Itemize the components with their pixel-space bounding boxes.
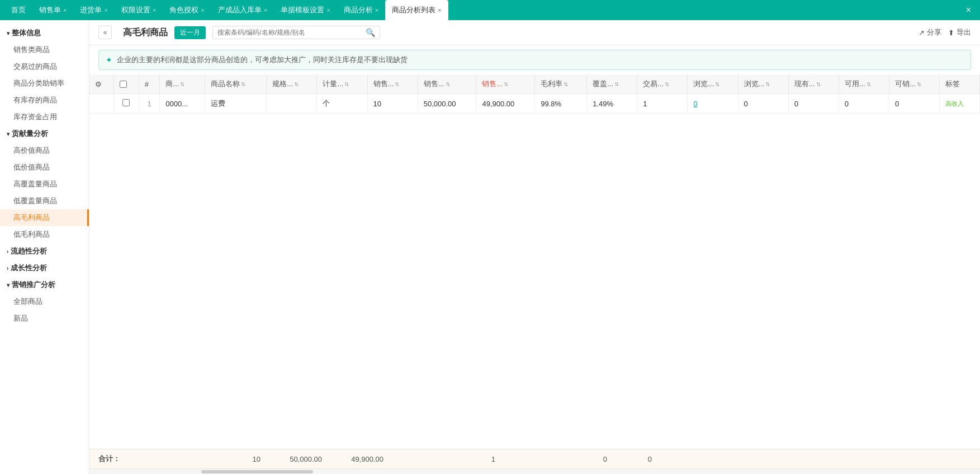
tab-analysis-list-close[interactable]: × (438, 7, 441, 13)
sort-icon-sales-qty: ⇅ (395, 81, 399, 87)
sort-icon-spec: ⇅ (294, 81, 299, 87)
col-available[interactable]: 可用...⇅ (839, 74, 889, 94)
col-unit[interactable]: 计量...⇅ (317, 74, 367, 94)
arrow-growth: › (7, 265, 8, 271)
row-settings (89, 94, 113, 114)
col-settings[interactable]: ⚙ (89, 74, 113, 94)
col-views2[interactable]: 浏览...⇅ (738, 74, 788, 94)
col-transactions[interactable]: 交易...⇅ (637, 74, 688, 94)
row-views2: 0 (738, 94, 788, 114)
collapse-sidebar-btn[interactable]: « (98, 26, 112, 39)
sort-icon-unit: ⇅ (344, 81, 349, 87)
export-button[interactable]: ⬆ 导出 (948, 27, 971, 37)
top-nav: 首页 销售单 × 进货单 × 权限设置 × 角色授权 × 产成品入库单 × 单据… (0, 0, 980, 20)
row-code: 0000... (160, 94, 205, 114)
sort-icon-sales-profit: ⇅ (504, 81, 508, 87)
tab-permission[interactable]: 权限设置 × (115, 0, 163, 20)
tab-template[interactable]: 单据模板设置 × (274, 0, 337, 20)
row-tag: 高收入 (940, 94, 980, 114)
btn-recent[interactable]: 近一月 (174, 26, 206, 39)
row-gross-margin: 99.8% (535, 94, 587, 114)
sort-icon-code: ⇅ (180, 81, 184, 87)
col-saleable[interactable]: 可销...⇅ (889, 74, 939, 94)
row-name: 运费 (205, 94, 267, 114)
sidebar-item-all-goods[interactable]: 全部商品 (0, 293, 89, 310)
sidebar-item-low-coverage[interactable]: 低覆盖量商品 (0, 193, 89, 209)
sidebar-item-sales-goods[interactable]: 销售类商品 (0, 41, 89, 58)
search-icon[interactable]: 🔍 (366, 28, 375, 37)
arrow-marketing: ▾ (7, 282, 10, 288)
tab-product-in[interactable]: 产成品入库单 × (211, 0, 274, 20)
row-stock: 0 (788, 94, 839, 114)
tab-purchase-close[interactable]: × (104, 7, 107, 13)
row-available: 0 (839, 94, 889, 114)
col-checkbox[interactable] (113, 74, 139, 94)
col-tag: 标签 (940, 74, 980, 94)
tab-purchase[interactable]: 进货单 × (73, 0, 114, 20)
sidebar-item-in-stock[interactable]: 有库存的商品 (0, 92, 89, 109)
sidebar-item-stock-capital[interactable]: 库存资金占用 (0, 109, 89, 125)
horizontal-scrollbar[interactable] (89, 468, 980, 474)
col-coverage[interactable]: 覆盖...⇅ (587, 74, 637, 94)
tab-analysis-list[interactable]: 商品分析列表 × (385, 0, 448, 20)
footer-transactions: 1 (451, 455, 495, 463)
tab-role[interactable]: 角色授权 × (163, 0, 211, 20)
sidebar-item-low-value[interactable]: 低价值商品 (0, 159, 89, 176)
sort-icon-coverage: ⇅ (614, 81, 619, 87)
scrollbar-thumb[interactable] (201, 470, 313, 473)
sort-icon-gross-margin: ⇅ (564, 81, 568, 87)
footer-stock: 0 (562, 455, 607, 463)
sidebar-group-marketing[interactable]: ▾ 营销推广分析 (0, 276, 89, 293)
col-views1[interactable]: 浏览...⇅ (688, 74, 738, 94)
row-checkbox[interactable] (113, 94, 139, 114)
sidebar-group-growth[interactable]: › 成长性分析 (0, 260, 89, 276)
sidebar-group-general[interactable]: ▾ 整体信息 (0, 25, 89, 41)
row-sales-qty: 10 (367, 94, 418, 114)
arrow-general: ▾ (7, 30, 10, 36)
sidebar-item-low-margin[interactable]: 低毛利商品 (0, 226, 89, 243)
row-index: 1 (139, 94, 160, 114)
tab-home[interactable]: 首页 (4, 0, 32, 20)
col-code[interactable]: 商...⇅ (160, 74, 205, 94)
tab-permission-close[interactable]: × (153, 7, 156, 13)
info-icon: ✦ (106, 55, 112, 64)
col-stock[interactable]: 现有...⇅ (788, 74, 839, 94)
info-banner: ✦ 企业的主要的利润都是这部分商品创造的，可考虑加大推广，同时关注库存是不要出现… (98, 50, 971, 70)
tab-role-close[interactable]: × (201, 7, 204, 13)
sidebar-item-high-coverage[interactable]: 高覆盖量商品 (0, 176, 89, 193)
footer-available: 0 (607, 455, 652, 463)
page-title: 高毛利商品 (123, 27, 168, 39)
sidebar-item-high-margin[interactable]: 高毛利商品 (0, 209, 89, 226)
col-name[interactable]: 商品名称⇅ (205, 74, 267, 94)
tab-sales-close[interactable]: × (63, 7, 67, 13)
search-input[interactable] (217, 29, 366, 36)
search-bar: 🔍 (212, 26, 380, 39)
tab-product-in-close[interactable]: × (264, 7, 267, 13)
share-icon: ↗ (919, 29, 925, 37)
sidebar-group-trend[interactable]: › 流趋性分析 (0, 243, 89, 260)
col-gross-margin[interactable]: 毛利率⇅ (535, 74, 587, 94)
sidebar-item-traded-goods[interactable]: 交易过的商品 (0, 58, 89, 75)
col-sales-profit[interactable]: 销售...⇅ (476, 74, 535, 94)
tab-sales[interactable]: 销售单 × (32, 0, 73, 20)
col-sales-qty[interactable]: 销售...⇅ (367, 74, 418, 94)
select-all-checkbox[interactable] (120, 81, 127, 88)
row-views1: 0 (688, 94, 738, 114)
row-sales-amount: 50,000.00 (418, 94, 476, 114)
table-row: 1 0000... 运费 个 10 50,000.00 49,900.00 99… (89, 94, 980, 114)
tab-analysis[interactable]: 商品分析 × (337, 0, 385, 20)
content-header: « 高毛利商品 近一月 🔍 ↗ 分享 ⬆ 导出 (89, 20, 980, 45)
share-button[interactable]: ↗ 分享 (919, 27, 941, 37)
col-spec[interactable]: 规格...⇅ (267, 74, 317, 94)
sidebar-group-contribution[interactable]: ▾ 贡献量分析 (0, 125, 89, 142)
tab-template-close[interactable]: × (326, 7, 330, 13)
sort-icon-saleable: ⇅ (917, 81, 921, 87)
sidebar-item-high-value[interactable]: 高价值商品 (0, 142, 89, 159)
col-sales-amount[interactable]: 销售...⇅ (418, 74, 476, 94)
sidebar-item-new-goods[interactable]: 新品 (0, 310, 89, 327)
sidebar-item-category-rate[interactable]: 商品分类助销率 (0, 75, 89, 92)
tab-analysis-close[interactable]: × (375, 7, 378, 13)
sort-icon-transactions: ⇅ (665, 81, 669, 87)
row-coverage: 1.49% (587, 94, 637, 114)
nav-close-all[interactable]: × (962, 5, 976, 15)
